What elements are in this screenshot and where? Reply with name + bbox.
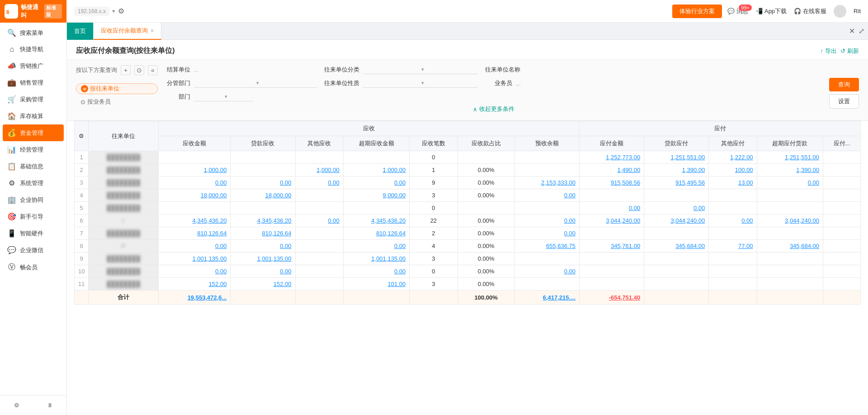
query-button[interactable]: 查询	[829, 78, 859, 91]
ar-overdue-cell[interactable]: 1,001,135.00	[343, 253, 409, 265]
online-service-btn[interactable]: 🎧 在线客服	[794, 7, 826, 15]
dept2-select[interactable]: ▾	[194, 92, 254, 101]
ap-loan-cell[interactable]: 3,044,240.00	[644, 215, 709, 227]
ap-loan-cell[interactable]: 345,684.00	[644, 240, 709, 253]
ar-overdue-cell[interactable]: 101.00	[343, 278, 409, 291]
sidebar-item-search[interactable]: 🔍 搜索菜单	[0, 24, 66, 41]
ar-overdue-cell[interactable]: 0.00	[343, 265, 409, 278]
ar-amount-cell[interactable]: 152.00	[158, 278, 231, 291]
ar-amount-cell[interactable]: 0.00	[158, 240, 231, 253]
tab-fullscreen-icon[interactable]: ⤢	[859, 27, 864, 35]
filter-add-btn[interactable]: +	[121, 65, 131, 75]
ar-advance-cell[interactable]: 0.00	[514, 227, 579, 240]
sidebar-item-basicinfo[interactable]: 📋 基础信息	[0, 158, 66, 175]
ar-loan-cell[interactable]: 4,345,436.20	[231, 215, 295, 227]
ar-loan-cell[interactable]: 0.00	[231, 265, 295, 278]
ap-overdue-cell[interactable]: 3,044,240.00	[757, 215, 823, 227]
ap-overdue-cell[interactable]: 1,390.00	[757, 164, 823, 176]
ap-overdue-cell[interactable]: 1,251,551.00	[757, 151, 823, 164]
ar-other-cell[interactable]: 1,000.00	[295, 164, 343, 176]
ap-amount-cell[interactable]: 1,490.00	[580, 164, 644, 176]
ar-loan-cell[interactable]: 18,000.00	[231, 189, 295, 202]
dept-select[interactable]: ▾	[194, 79, 317, 88]
ar-loan-cell[interactable]: 1,001,135.00	[231, 253, 295, 265]
ar-advance-cell[interactable]: 0.00	[514, 215, 579, 227]
ap-other-cell[interactable]: 0.00	[709, 215, 757, 227]
promo-button[interactable]: 体验行业方案	[672, 5, 722, 18]
collapse-more-btn[interactable]: ∧ 收起更多条件	[163, 103, 824, 115]
refresh-button[interactable]: ↺ 刷新	[840, 47, 859, 55]
ar-amount-cell[interactable]: 18,000.00	[158, 189, 231, 202]
ar-loan-cell[interactable]: 152.00	[231, 278, 295, 291]
sidebar-item-member[interactable]: Ⓥ 畅会员	[0, 258, 66, 276]
settings-bottom-btn[interactable]: ⚙	[11, 399, 22, 411]
filter-scheme-salesperson[interactable]: ⊙ 按业务员	[76, 97, 158, 107]
filter-settings-btn[interactable]: ⊙	[134, 65, 144, 75]
sidebar-item-wechat[interactable]: 💬 企业微信	[0, 242, 66, 258]
ap-other-cell[interactable]: 13.00	[709, 176, 757, 189]
app-download-btn[interactable]: 📲 App下载	[755, 7, 787, 15]
sidebar-item-guide[interactable]: 🎯 新手引导	[0, 208, 66, 225]
table-gear-icon[interactable]: ⚙	[78, 133, 85, 139]
ar-other-cell[interactable]: 0.00	[295, 215, 343, 227]
ar-amount-cell[interactable]: 1,001,135.00	[158, 253, 231, 265]
partner-nature-select[interactable]: ▾	[363, 79, 478, 88]
sidebar-item-inventory[interactable]: 🏠 库存核算	[0, 108, 66, 124]
ap-other-cell[interactable]: 1,222.00	[709, 151, 757, 164]
sidebar-item-hardware[interactable]: 📱 智能硬件	[0, 225, 66, 242]
ap-loan-cell[interactable]: 0.00	[644, 202, 709, 215]
ar-advance-cell[interactable]: 0.00	[514, 189, 579, 202]
footer-ar-total[interactable]: 19,553,472,6...	[158, 291, 231, 305]
filter-scheme-partner[interactable]: ⊕ 按往来单位	[76, 83, 158, 94]
ap-loan-cell[interactable]: 915,495.56	[644, 176, 709, 189]
footer-ap-total[interactable]: -654,751.40	[580, 291, 644, 305]
tab-close-window-icon[interactable]: ✕	[849, 27, 855, 35]
ap-overdue-cell[interactable]: 345,684.00	[757, 240, 823, 253]
ar-loan-cell[interactable]: 810,126.64	[231, 227, 295, 240]
sidebar-item-finance[interactable]: 💰 资金管理	[3, 124, 64, 141]
ar-overdue-cell[interactable]: 4,345,436.20	[343, 215, 409, 227]
ap-other-cell[interactable]: 100.00	[709, 164, 757, 176]
ar-overdue-cell[interactable]: 1,000.00	[343, 164, 409, 176]
topbar-settings-icon[interactable]: ⚙	[118, 7, 124, 15]
ap-loan-cell[interactable]: 1,251,551.00	[644, 151, 709, 164]
partner-category-select[interactable]: ▾	[363, 65, 478, 74]
ap-amount-cell[interactable]: 345,761.00	[580, 240, 644, 253]
ar-amount-cell[interactable]: 0.00	[158, 265, 231, 278]
ap-amount-cell[interactable]: 1,252,773.00	[580, 151, 644, 164]
ap-amount-cell[interactable]: 915,508.56	[580, 176, 644, 189]
ar-loan-cell[interactable]: 0.00	[231, 176, 295, 189]
ar-overdue-cell[interactable]: 0.00	[343, 176, 409, 189]
message-btn[interactable]: 💬 消息 99+	[727, 7, 748, 15]
collapse-sidebar-btn[interactable]: ⏸	[44, 399, 56, 411]
ar-amount-cell[interactable]: 4,345,436.20	[158, 215, 231, 227]
footer-ar-advance[interactable]: 6,417,215....	[514, 291, 579, 305]
sidebar-item-quicknav[interactable]: ⌂ 快捷导航	[0, 41, 66, 57]
ar-amount-cell[interactable]: 810,126.64	[158, 227, 231, 240]
ar-amount-cell[interactable]: 1,000.00	[158, 164, 231, 176]
ar-loan-cell[interactable]: 0.00	[231, 240, 295, 253]
tab-home[interactable]: 首页	[67, 23, 94, 40]
sidebar-item-purchase[interactable]: 🛒 采购管理	[0, 91, 66, 108]
filter-collapse-btn[interactable]: «	[148, 65, 158, 75]
sidebar-item-operations[interactable]: 📊 经营管理	[0, 141, 66, 158]
sidebar-item-marketing[interactable]: 📣 营销推广	[0, 57, 66, 74]
export-button[interactable]: ↑ 导出	[821, 47, 837, 55]
ar-advance-cell[interactable]: 0.00	[514, 265, 579, 278]
th-settings[interactable]: ⚙	[75, 121, 89, 151]
tab-close-icon[interactable]: ×	[151, 28, 154, 34]
ar-amount-cell[interactable]: 0.00	[158, 176, 231, 189]
sidebar-item-system[interactable]: ⚙ 系统管理	[0, 175, 66, 191]
ap-other-cell[interactable]: 77.00	[709, 240, 757, 253]
sidebar-item-corp[interactable]: 🏢 企业协同	[0, 191, 66, 208]
ar-overdue-cell[interactable]: 0.00	[343, 240, 409, 253]
ar-overdue-cell[interactable]: 9,000.00	[343, 189, 409, 202]
ar-overdue-cell[interactable]: 810,126.64	[343, 227, 409, 240]
ap-overdue-cell[interactable]: 0.00	[757, 176, 823, 189]
tab-ar-ap[interactable]: 应收应付余额查询 ×	[94, 23, 161, 40]
ar-other-cell[interactable]: 0.00	[295, 176, 343, 189]
sidebar-item-sales[interactable]: 💼 销售管理	[0, 74, 66, 91]
setting-button[interactable]: 设置	[829, 94, 859, 109]
ap-amount-cell[interactable]: 3,044,240.00	[580, 215, 644, 227]
ar-advance-cell[interactable]: 2,153,333.00	[514, 176, 579, 189]
